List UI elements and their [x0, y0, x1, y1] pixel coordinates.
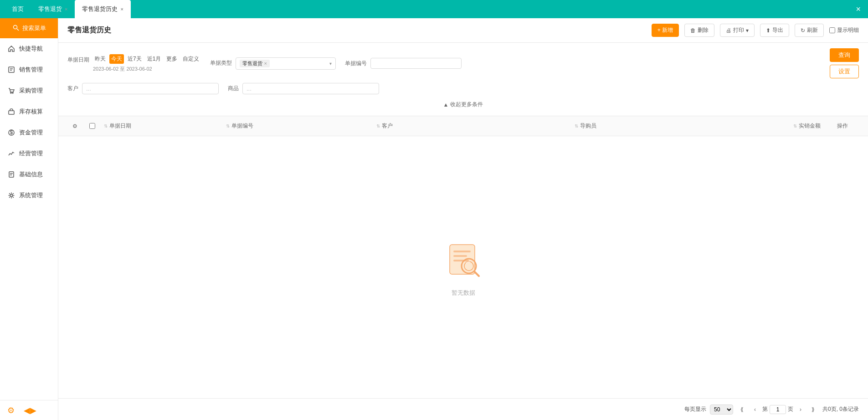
- shortcut-custom[interactable]: 自定义: [181, 54, 201, 64]
- sidebar-item-label: 系统管理: [19, 191, 43, 200]
- basic-info-icon: [7, 170, 15, 179]
- sidebar-item-label: 库存核算: [19, 108, 43, 116]
- prev-page-button[interactable]: ‹: [750, 404, 760, 415]
- svg-rect-2: [9, 67, 14, 72]
- shortcut-today[interactable]: 今天: [109, 54, 124, 64]
- svg-point-12: [10, 195, 13, 197]
- content-area: 零售退货历史 + 新增 🗑 删除 🖨 打印 ▾ ⬆ 导出 ↻: [58, 18, 868, 420]
- new-button[interactable]: + 新增: [652, 24, 679, 37]
- col-checkbox[interactable]: [84, 123, 100, 129]
- settings-gear-icon[interactable]: ⚙: [7, 405, 15, 415]
- sales-icon: [7, 66, 15, 74]
- sidebar-collapse-icon[interactable]: ◀▶: [24, 405, 36, 415]
- delete-button[interactable]: 🗑 删除: [684, 24, 714, 37]
- next-page-button[interactable]: ›: [795, 404, 806, 415]
- shortcut-1month[interactable]: 近1月: [145, 54, 163, 64]
- svg-rect-7: [9, 111, 14, 114]
- bill-no-input[interactable]: [370, 58, 462, 69]
- sidebar-item-basic-info[interactable]: 基础信息: [0, 164, 58, 185]
- date-filter: 昨天 今天 近7天 近1月 更多 自定义 2023-06-02 至 2023-0…: [93, 54, 201, 72]
- sidebar-bottom: ⚙ ◀▶: [0, 400, 58, 420]
- pagination-nav: ⟪ ‹ 第 页 › ⟫: [737, 404, 819, 415]
- tab-retail-return-close[interactable]: ×: [65, 6, 67, 12]
- bill-date-label: 单据日期: [67, 54, 89, 64]
- select-all-checkbox[interactable]: [89, 123, 95, 129]
- col-customer-header[interactable]: ⇅ 客户: [373, 122, 571, 130]
- refresh-icon: ↻: [801, 27, 805, 34]
- col-amount-header[interactable]: ⇅ 实销金额: [721, 122, 824, 130]
- per-page-select[interactable]: 50 20 100: [710, 405, 733, 415]
- display-toggle-checkbox[interactable]: [829, 27, 835, 33]
- pagination-summary: 共0页, 0条记录: [822, 405, 859, 413]
- shortcut-yesterday[interactable]: 昨天: [93, 54, 108, 64]
- col-settings[interactable]: ⚙: [66, 123, 84, 129]
- sidebar-item-quick-nav[interactable]: 快捷导航: [0, 38, 58, 59]
- sidebar-item-label: 资金管理: [19, 128, 43, 137]
- svg-rect-15: [453, 255, 467, 257]
- print-icon: 🖨: [726, 27, 731, 34]
- last-page-button[interactable]: ⟫: [808, 404, 819, 415]
- tab-retail-return-history[interactable]: 零售退货历史 ×: [75, 0, 130, 18]
- print-dropdown-icon: ▾: [746, 27, 749, 34]
- svg-point-6: [12, 92, 13, 93]
- bill-type-label: 单据类型: [210, 57, 232, 67]
- filter-bill-date: 单据日期 昨天 今天 近7天 近1月 更多 自定义 2023-06-02 至 2…: [67, 54, 201, 72]
- page-header: 零售退货历史 + 新增 🗑 删除 🖨 打印 ▾ ⬆ 导出 ↻: [58, 18, 868, 43]
- col-bill-no-header[interactable]: ⇅ 单据编号: [222, 122, 373, 130]
- shortcut-more[interactable]: 更多: [164, 54, 179, 64]
- sidebar-item-inventory[interactable]: 库存核算: [0, 101, 58, 122]
- purchase-icon: [7, 87, 15, 95]
- bill-no-label: 单据编号: [345, 58, 367, 67]
- filter-bill-type: 单据类型 零售退货 × ▾: [210, 57, 336, 70]
- sidebar-item-sales-mgmt[interactable]: 销售管理: [0, 59, 58, 80]
- sidebar-menu: 快捷导航 销售管理: [0, 38, 58, 400]
- col-guide-header[interactable]: ⇅ 导购员: [571, 122, 721, 130]
- filter-customer: 客户 ...: [67, 83, 219, 94]
- refresh-button[interactable]: ↻ 刷新: [795, 24, 824, 37]
- settings-icon: ⚙: [72, 123, 77, 129]
- sort-icon: ⇅: [226, 123, 230, 128]
- system-icon: [7, 191, 15, 200]
- query-button[interactable]: 查询: [830, 48, 859, 62]
- tab-retail-return[interactable]: 零售退货 ×: [31, 0, 75, 18]
- sidebar-search[interactable]: 搜索菜单: [0, 18, 58, 38]
- sidebar-item-operation[interactable]: 经营管理: [0, 143, 58, 164]
- pagination: 每页显示 50 20 100 ⟪ ‹ 第 页 › ⟫ 共0页, 0条记录: [58, 398, 868, 420]
- shortcut-7days[interactable]: 近7天: [126, 54, 144, 64]
- bill-type-dropdown-icon: ▾: [329, 61, 332, 66]
- sort-icon: ⇅: [575, 123, 578, 128]
- bill-type-select[interactable]: 零售退货 × ▾: [236, 57, 336, 70]
- export-button[interactable]: ⬆ 导出: [760, 24, 789, 37]
- filter-row-2: 客户 ... 商品 ...: [67, 83, 859, 94]
- col-bill-date-header[interactable]: ⇅ 单据日期: [100, 122, 222, 130]
- tab-retail-return-history-close[interactable]: ×: [120, 6, 123, 12]
- sidebar-item-label: 快捷导航: [19, 45, 43, 53]
- sidebar-item-purchase-mgmt[interactable]: 采购管理: [0, 80, 58, 101]
- sidebar-item-system-mgmt[interactable]: 系统管理: [0, 185, 58, 206]
- sort-icon: ⇅: [376, 123, 380, 128]
- collapse-label: 收起更多条件: [450, 101, 483, 108]
- bill-type-tag-remove[interactable]: ×: [264, 61, 267, 66]
- sidebar: 搜索菜单 快捷导航 销售管理: [0, 18, 58, 420]
- operation-icon: [7, 149, 15, 158]
- tab-list: 首页 零售退货 × 零售退货历史 ×: [5, 0, 856, 18]
- customer-select[interactable]: ...: [82, 83, 219, 94]
- sidebar-search-label: 搜索菜单: [22, 24, 46, 32]
- sidebar-item-finance[interactable]: 资金管理: [0, 122, 58, 143]
- filter-settings-button[interactable]: 设置: [830, 65, 859, 78]
- first-page-button[interactable]: ⟪: [737, 404, 748, 415]
- sidebar-item-label: 经营管理: [19, 149, 43, 158]
- collapse-button[interactable]: ▲ 收起更多条件: [67, 99, 859, 110]
- empty-icon: [441, 238, 486, 283]
- tab-home[interactable]: 首页: [5, 0, 31, 18]
- goods-select[interactable]: ...: [242, 83, 379, 94]
- filter-goods: 商品 ...: [228, 83, 379, 94]
- window-close-button[interactable]: ×: [856, 5, 861, 14]
- customer-label: 客户: [67, 83, 78, 92]
- display-toggle-label: 显示明细: [837, 26, 859, 34]
- col-action-header: 操作: [824, 122, 861, 130]
- page-number-input[interactable]: [770, 405, 786, 414]
- inventory-icon: [7, 108, 15, 116]
- empty-text: 暂无数据: [452, 289, 475, 297]
- print-button[interactable]: 🖨 打印 ▾: [720, 24, 755, 37]
